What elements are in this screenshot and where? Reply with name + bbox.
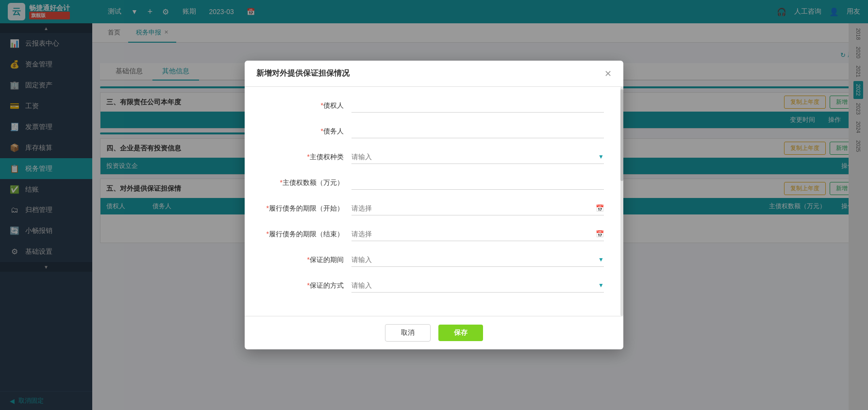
- modal-dialog: 新增对外提供保证担保情况 ✕ *债权人 *债务人: [245, 61, 623, 349]
- creditor-input[interactable]: [351, 98, 604, 113]
- claim-type-chevron[interactable]: ▼: [598, 153, 604, 160]
- guarantee-method-label: *保证的方式: [264, 281, 351, 290]
- modal-header: 新增对外提供保证担保情况 ✕: [245, 61, 623, 87]
- claim-amount-input[interactable]: [351, 176, 604, 190]
- period-start-input[interactable]: [351, 201, 596, 215]
- required-star-debtor: *: [321, 127, 323, 135]
- period-start-calendar-icon[interactable]: 📅: [596, 204, 604, 212]
- cancel-button[interactable]: 取消: [385, 324, 431, 342]
- guarantee-period-input[interactable]: [351, 253, 598, 266]
- period-end-label: *履行债务的期限（结束）: [264, 230, 351, 239]
- form-row-claim-amount: *主债权数额（万元）: [264, 176, 604, 190]
- required-star-claim-type: *: [307, 153, 310, 161]
- guarantee-period-wrapper: ▼: [351, 253, 604, 267]
- form-row-period-start: *履行债务的期限（开始） 📅: [264, 201, 604, 215]
- modal-body: *债权人 *债务人 *主债权种类 ▼: [245, 87, 623, 316]
- form-row-guarantee-method: *保证的方式 ▼: [264, 279, 604, 293]
- guarantee-method-chevron[interactable]: ▼: [598, 282, 604, 289]
- modal-close-button[interactable]: ✕: [604, 69, 612, 78]
- period-end-input[interactable]: [351, 227, 596, 241]
- claim-amount-label: *主债权数额（万元）: [264, 179, 351, 187]
- form-row-claim-type: *主债权种类 ▼: [264, 150, 604, 164]
- form-row-creditor: *债权人: [264, 98, 604, 113]
- form-row-debtor: *债务人: [264, 124, 604, 138]
- period-start-label: *履行债务的期限（开始）: [264, 204, 351, 213]
- required-star-amount: *: [280, 179, 283, 186]
- required-star-period-end: *: [267, 230, 269, 238]
- claim-type-wrapper: ▼: [351, 150, 604, 164]
- guarantee-period-label: *保证的期间: [264, 256, 351, 264]
- debtor-label: *债务人: [264, 127, 351, 136]
- required-star-guarantee-method: *: [307, 281, 310, 289]
- form-row-guarantee-period: *保证的期间 ▼: [264, 253, 604, 267]
- guarantee-method-wrapper: ▼: [351, 279, 604, 293]
- required-star-period-start: *: [267, 204, 269, 212]
- required-star-creditor: *: [321, 101, 323, 109]
- modal-footer: 取消 保存: [245, 316, 623, 349]
- save-button[interactable]: 保存: [438, 325, 483, 341]
- period-end-calendar-icon[interactable]: 📅: [596, 230, 604, 238]
- debtor-input[interactable]: [351, 124, 604, 138]
- period-end-wrapper: 📅: [351, 227, 604, 241]
- claim-type-input[interactable]: [351, 150, 598, 164]
- claim-type-label: *主债权种类: [264, 153, 351, 162]
- form-row-period-end: *履行债务的期限（结束） 📅: [264, 227, 604, 241]
- modal-overlay: 新增对外提供保证担保情况 ✕ *债权人 *债务人: [0, 0, 868, 410]
- period-start-wrapper: 📅: [351, 201, 604, 215]
- modal-title: 新增对外提供保证担保情况: [256, 68, 350, 79]
- guarantee-method-input[interactable]: [351, 279, 598, 292]
- creditor-label: *债权人: [264, 101, 351, 110]
- required-star-guarantee-period: *: [307, 256, 310, 263]
- guarantee-period-chevron[interactable]: ▼: [598, 256, 604, 263]
